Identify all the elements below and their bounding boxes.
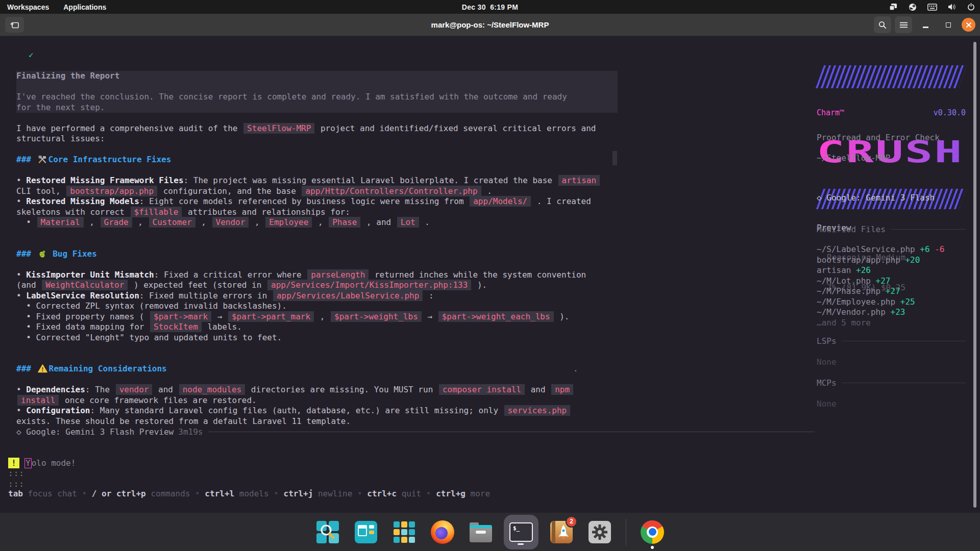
code-span: Phase: [329, 217, 360, 228]
shortcut-key: tab: [8, 489, 23, 498]
prompt-input[interactable]: ! Y olo mode!: [8, 458, 812, 468]
modified-file-row: ~/M/Vendor.php +23: [817, 307, 966, 318]
gnome-top-bar: Workspaces Applications Dec 30 6:19 PM: [0, 0, 980, 14]
chat-messages: ✓Finalizing the ReportI've reached the c…: [16, 50, 812, 427]
message-model-footer: ◇ Google: Gemini 3 Flash Preview 3m19s: [16, 427, 815, 437]
chat-line: skeletons with correct $fillable attribu…: [16, 207, 812, 218]
chat-line: Finalizing the Report: [16, 71, 618, 82]
code-span: bootstrap/app.php: [66, 186, 157, 196]
code-span: composer install: [439, 384, 525, 395]
running-indicator: [651, 546, 654, 549]
chat-line: • Corrected "Lenght" typo and updated un…: [16, 333, 812, 343]
code-span: SteelFlow-MRP: [243, 123, 314, 134]
clock[interactable]: Dec 30 6:19 PM: [462, 3, 518, 11]
dock-item-applications[interactable]: [392, 520, 416, 544]
terminal-scrollbar[interactable]: [973, 42, 976, 508]
keyboard-icon[interactable]: [927, 4, 937, 11]
dock-item-files[interactable]: [469, 520, 493, 544]
workspaces-menu[interactable]: Workspaces: [0, 0, 56, 14]
terminal-icon: $_: [509, 522, 533, 542]
chat-line: • KissImporter Unit Mismatch: Fixed a cr…: [16, 270, 812, 281]
code-span: Employee: [265, 217, 312, 228]
chat-line: (and WeightCalculator ) expected feet (s…: [16, 280, 812, 291]
modified-file-row: ~/M/Lot.php +27: [817, 276, 966, 287]
lsps-label: LSPs: [817, 336, 837, 346]
footer-duration: 3m19s: [178, 427, 203, 437]
search-button[interactable]: [874, 16, 891, 33]
lsps-empty: None: [817, 357, 966, 367]
working-directory: ~/SteelFlow-MRP: [817, 153, 966, 163]
minimize-button[interactable]: [917, 16, 934, 33]
desktop-dock-area: $_ 2: [0, 513, 980, 551]
logo-stripes-top: [816, 65, 967, 88]
charm-brand: Charm™: [817, 108, 844, 117]
dock-divider: [626, 519, 626, 545]
settings-gear-icon: [589, 521, 611, 543]
notification-badge: 2: [566, 516, 577, 528]
chat-line: • Material , Grade , Customer , Vendor ,…: [16, 217, 812, 228]
assistant-message: I have performed a comprehensive audit o…: [16, 123, 812, 427]
dock-item-pop-search[interactable]: [315, 520, 340, 544]
chat-line: ### Remaining Considerations.: [16, 364, 812, 374]
code-span: vendor: [116, 384, 153, 395]
code-span: Lot: [397, 217, 419, 228]
power-icon[interactable]: [967, 3, 975, 11]
code-span: $fillable: [131, 207, 182, 217]
window-title: mark@pop-os: ~/SteelFlow-MRP: [0, 14, 980, 36]
steam-icon[interactable]: [909, 3, 917, 11]
chat-line: • Fixed data mapping for StockItem label…: [16, 322, 812, 333]
dock-item-workspaces[interactable]: [354, 520, 378, 544]
close-button[interactable]: [962, 18, 975, 32]
dock: $_ 2: [0, 513, 980, 551]
close-icon: [966, 22, 972, 28]
chat-line: [16, 61, 812, 71]
shortcut-key: ctrl+c: [367, 489, 397, 498]
code-span: Material: [37, 217, 84, 228]
footer-rule: [208, 432, 815, 432]
code-span: StockItem: [150, 321, 202, 332]
shortcut-key: ctrl+j: [284, 489, 313, 498]
chat-scrollbar-thumb[interactable]: [612, 151, 617, 165]
chat-line: [16, 343, 812, 354]
system-tray: [889, 3, 975, 11]
footer-model-name: ◇ Google: Gemini 3 Flash Preview: [16, 427, 174, 437]
dock-item-firefox[interactable]: [430, 520, 455, 544]
chat-line: [16, 259, 812, 270]
code-span: app/Http/Controllers/Controller.php: [302, 186, 481, 196]
dock-item-terminal[interactable]: $_: [504, 515, 538, 549]
maximize-icon: [946, 22, 951, 28]
chat-line: I have performed a comprehensive audit o…: [16, 123, 812, 134]
dock-item-pop-shop[interactable]: 2: [549, 520, 574, 544]
terminal-viewport: ✓Finalizing the ReportI've reached the c…: [0, 36, 980, 513]
tool-success-check: ✓: [16, 50, 812, 61]
applications-menu[interactable]: Applications: [56, 0, 113, 14]
maximize-button[interactable]: [940, 16, 957, 33]
chat-line: for the next step.: [16, 103, 618, 113]
chat-line: ### Core Infrastructure Fixes: [16, 155, 812, 165]
chat-line: [16, 354, 812, 364]
code-span: $part->part_mark: [228, 311, 314, 322]
menu-button[interactable]: [895, 16, 912, 33]
code-span: app/Models/: [470, 196, 531, 207]
warning-icon: [38, 364, 47, 373]
tools-icon: [38, 156, 47, 164]
input-placeholder: olo mode!: [32, 458, 76, 468]
modified-file-row: artisan +26: [817, 265, 966, 276]
crush-chat-pane: ✓Finalizing the ReportI've reached the c…: [0, 36, 812, 513]
dock-item-settings[interactable]: [587, 520, 612, 544]
section-rule: [842, 341, 966, 341]
workspaces-icon: [355, 521, 377, 543]
shortcut-label: models: [234, 489, 268, 498]
windows-icon[interactable]: [889, 3, 898, 11]
more-files-label: …and 5 more: [817, 318, 966, 329]
lsps-header: LSPs: [817, 336, 966, 346]
volume-icon[interactable]: [948, 3, 957, 11]
dock-item-chrome[interactable]: [640, 520, 665, 544]
chat-line: • Dependencies: The vendor and node_modu…: [16, 385, 812, 395]
modified-file-row: ~/M/Employee.php +25: [817, 297, 966, 308]
code-span: services.php: [504, 405, 571, 416]
crush-version: v0.30.0: [934, 108, 966, 117]
hamburger-icon: [900, 22, 908, 28]
chrome-icon: [641, 520, 664, 544]
chat-line: CLI tool, bootstrap/app.php configuratio…: [16, 186, 812, 197]
